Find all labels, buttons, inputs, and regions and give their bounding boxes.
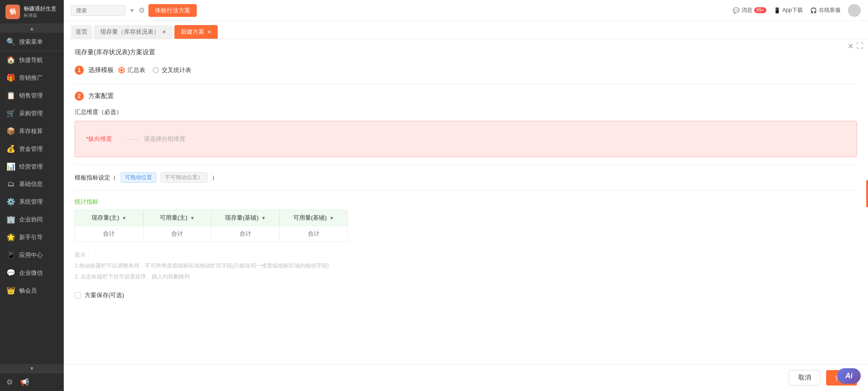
sidebar-item-label: 新手引导 bbox=[19, 233, 43, 242]
home-icon: 🏠 bbox=[6, 56, 15, 64]
sidebar-item-app-center[interactable]: 📱 应用中心 bbox=[0, 246, 64, 264]
building-icon: 🏢 bbox=[6, 215, 15, 224]
radio-summary[interactable]: 汇总表 bbox=[118, 66, 145, 74]
indicator-divider bbox=[75, 190, 857, 190]
sidebar-item-newcomer[interactable]: 🌟 新手引导 bbox=[0, 228, 64, 246]
close-window-icon[interactable]: ✕ bbox=[848, 42, 853, 51]
star-icon: 🌟 bbox=[6, 233, 15, 242]
col4-chevron-icon: ▼ bbox=[330, 216, 334, 221]
gear-icon[interactable]: ⚙ bbox=[6, 378, 13, 386]
col2-chevron-icon: ▼ bbox=[190, 216, 195, 221]
sidebar-item-label: 营销推广 bbox=[19, 74, 43, 82]
ai-badge[interactable]: Ai bbox=[837, 368, 861, 384]
sidebar-search[interactable]: 🔍 搜索菜单 bbox=[0, 33, 64, 51]
table-header-col2[interactable]: 可用量(主) ▼ bbox=[143, 210, 212, 226]
sidebar-search-label: 搜索菜单 bbox=[19, 38, 43, 46]
window-controls: ✕ ⛶ bbox=[843, 39, 868, 53]
save-option-row: 方案保存(可选) bbox=[75, 291, 857, 299]
radio-summary-dot bbox=[118, 67, 125, 73]
tab-inventory-status[interactable]: 现存量（库存状况表） ✕ bbox=[94, 25, 173, 39]
tips-title: 提示： bbox=[75, 249, 857, 260]
sidebar-item-basic-info[interactable]: 🗂 基础信息 bbox=[0, 175, 64, 193]
topbar-gear-icon[interactable]: ⚙ bbox=[138, 6, 145, 15]
sidebar-item-enterprise[interactable]: 🏢 企业协同 bbox=[0, 211, 64, 228]
expand-window-icon[interactable]: ⛶ bbox=[856, 42, 863, 51]
table-cell-col2: 合计 bbox=[143, 226, 212, 242]
save-option-checkbox[interactable] bbox=[75, 292, 81, 298]
step1-header: 1 选择模板 汇总表 交叉统计表 bbox=[75, 66, 857, 75]
settings-icon: ⚙️ bbox=[6, 197, 15, 206]
sidebar-item-wechat[interactable]: 💬 企业微信 bbox=[0, 264, 64, 282]
tab-new-scheme-label: 新建方案 bbox=[181, 28, 204, 36]
dimension-placeholder: 请选择分组维度 bbox=[144, 135, 185, 143]
table-cell-col3: 合计 bbox=[212, 226, 280, 242]
sidebar-item-marketing[interactable]: 🎁 营销推广 bbox=[0, 69, 64, 87]
sidebar-item-label: 企业协同 bbox=[19, 216, 43, 224]
message-icon: 💬 bbox=[733, 7, 740, 14]
table-header-col1[interactable]: 现存量(主) ▼ bbox=[75, 210, 143, 226]
table-header-col4[interactable]: 可用量(基辅) ▼ bbox=[280, 210, 347, 226]
topbar-app-download-button[interactable]: 📱 App下载 bbox=[774, 6, 803, 14]
sidebar-item-purchase[interactable]: 🛒 采购管理 bbox=[0, 104, 64, 122]
topbar-right: 💬 消息 99+ 📱 App下载 🎧 在线客服 bbox=[733, 4, 861, 17]
chat-icon: 💬 bbox=[6, 268, 15, 277]
sidebar-footer: ⚙ 📢 bbox=[0, 373, 64, 391]
sidebar-item-sales[interactable]: 📋 销售管理 bbox=[0, 87, 64, 104]
search-icon: 🔍 bbox=[6, 37, 15, 46]
sidebar-item-quick-nav[interactable]: 🏠 快捷导航 bbox=[0, 51, 64, 69]
box-icon: 📦 bbox=[6, 127, 15, 135]
sidebar-item-finance[interactable]: 💰 资金管理 bbox=[0, 140, 64, 158]
table-header-col3[interactable]: 现存量(基辅) ▼ bbox=[212, 210, 280, 226]
sidebar-item-management[interactable]: 📊 经营管理 bbox=[0, 158, 64, 175]
cancel-button[interactable]: 取消 bbox=[789, 370, 821, 386]
tab-inventory-close-icon[interactable]: ✕ bbox=[162, 29, 166, 35]
topbar-search-input[interactable] bbox=[71, 5, 126, 16]
step2-header: 2 方案配置 bbox=[75, 92, 857, 101]
cart-icon: 🛒 bbox=[6, 109, 15, 118]
bottom-bar: 取消 查询 bbox=[64, 364, 868, 391]
sidebar-item-label: 库存核算 bbox=[19, 127, 43, 135]
dimension-separator: —— bbox=[127, 136, 138, 143]
radio-cross[interactable]: 交叉统计表 bbox=[153, 66, 191, 74]
topbar-user-avatar[interactable] bbox=[848, 4, 861, 17]
sidebar-item-inventory[interactable]: 📦 库存核算 bbox=[0, 122, 64, 140]
sidebar-item-label: 系统管理 bbox=[19, 198, 43, 206]
industry-scheme-button[interactable]: 体验行业方案 bbox=[148, 4, 197, 17]
dimension-box[interactable]: *纵向维度 —— 请选择分组维度 bbox=[75, 121, 857, 157]
sidebar-item-member[interactable]: 👑 畅会员 bbox=[0, 282, 64, 299]
sidebar-item-system[interactable]: ⚙️ 系统管理 bbox=[0, 193, 64, 211]
non-draggable-tag: 不可拖动位置） bbox=[161, 172, 207, 183]
tabs-bar: 首页 现存量（库存状况表） ✕ 新建方案 ✕ bbox=[64, 21, 868, 39]
sidebar-item-label: 采购管理 bbox=[19, 109, 43, 118]
stats-table: 现存量(主) ▼ 可用量(主) ▼ 现存量(基辅) ▼ bbox=[75, 210, 348, 242]
table-cell-col4: 合计 bbox=[280, 226, 347, 242]
sidebar-scroll-down[interactable]: ▼ bbox=[0, 364, 64, 373]
col4-label: 可用量(基辅) bbox=[293, 214, 327, 222]
dropdown-icon[interactable]: ▼ bbox=[129, 7, 135, 14]
app-logo-icon: 畅 bbox=[5, 5, 20, 19]
config-divider bbox=[75, 165, 857, 165]
stats-label: 统计指标 bbox=[75, 198, 857, 206]
app-name: 畅赚通好生意 bbox=[24, 5, 56, 13]
step2-title: 方案配置 bbox=[88, 92, 114, 100]
sidebar-item-label: 畅会员 bbox=[19, 287, 37, 295]
tips-item-1: 1.拖动标题栏可以调整布局，不可跨维度或指标区域拖动栏目字段(只能在同一维度或指… bbox=[75, 260, 857, 271]
tab-new-scheme[interactable]: 新建方案 ✕ bbox=[174, 25, 218, 39]
tab-new-scheme-close-icon[interactable]: ✕ bbox=[207, 29, 211, 35]
topbar-message-button[interactable]: 💬 消息 99+ bbox=[733, 6, 766, 14]
stats-table-row: 合计 合计 合计 合计 bbox=[75, 226, 347, 242]
sidebar-item-label: 快捷导航 bbox=[19, 56, 43, 64]
topbar: ▼ ⚙ 体验行业方案 💬 消息 99+ 📱 App下载 🎧 在线客服 bbox=[64, 0, 868, 21]
service-label: 在线客服 bbox=[819, 6, 841, 14]
summary-dimension-label: 汇总维度（必选） bbox=[75, 108, 857, 116]
chart-icon: 📊 bbox=[6, 162, 15, 171]
sidebar-logo: 畅 畅赚通好生意 标准版 bbox=[0, 0, 64, 24]
sidebar-item-label: 资金管理 bbox=[19, 145, 43, 153]
sidebar-item-label: 销售管理 bbox=[19, 92, 43, 100]
topbar-service-button[interactable]: 🎧 在线客服 bbox=[810, 6, 841, 14]
step2-badge: 2 bbox=[75, 92, 84, 101]
tab-home[interactable]: 首页 bbox=[71, 25, 92, 39]
speaker-icon[interactable]: 📢 bbox=[20, 378, 29, 386]
indicator-settings-row: 模板指标设定（ 可拖动位置 不可拖动位置） ） bbox=[75, 172, 857, 183]
sidebar-scroll-up[interactable]: ▲ bbox=[0, 24, 64, 33]
